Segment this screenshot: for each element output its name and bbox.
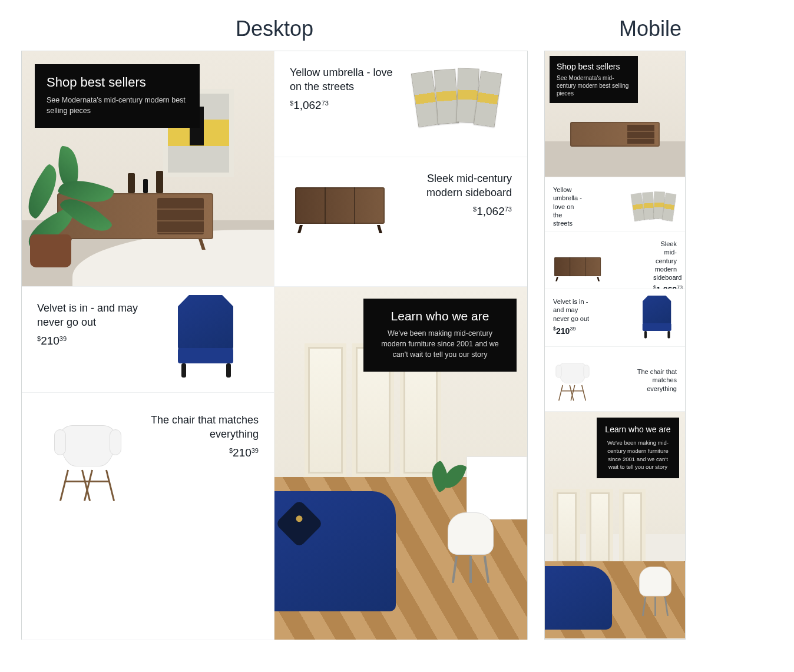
product-image bbox=[600, 299, 677, 335]
product-tile-sideboard[interactable]: Sleek mid-century modern sideboard $1,06… bbox=[274, 157, 527, 287]
product-price: $1,06273 bbox=[290, 99, 396, 112]
product-image bbox=[290, 171, 390, 242]
heading-desktop: Desktop bbox=[21, 16, 528, 41]
sideboard-icon bbox=[553, 254, 602, 282]
product-image bbox=[553, 355, 630, 408]
product-name: Sleek mid-century modern sideboard bbox=[399, 171, 512, 200]
product-name: Yellow umbrella - love on the streets bbox=[553, 186, 583, 227]
hero-overlay: Shop best sellers See Modernata's mid-ce… bbox=[35, 64, 200, 128]
product-tile-umbrella[interactable]: Yellow umbrella - love on the streets $1… bbox=[274, 51, 527, 157]
m-hero-subtitle: See Modernata's mid-century modern best … bbox=[557, 74, 631, 97]
product-image bbox=[37, 413, 137, 513]
product-name: The chair that matches everything bbox=[636, 368, 677, 393]
product-image bbox=[553, 249, 647, 286]
wingback-chair-icon bbox=[637, 296, 677, 339]
plant-icon bbox=[22, 120, 101, 267]
m-product-tile-chairwhite[interactable]: The chair that matches everything bbox=[545, 347, 685, 412]
m-hero-tile[interactable]: Shop best sellers See Modernata's mid-ce… bbox=[545, 51, 685, 177]
m-product-tile-velvet[interactable]: Velvet is in - and may never go out $210… bbox=[545, 289, 685, 347]
vase-icon bbox=[128, 171, 163, 193]
hero-subtitle: See Modernata's mid-century modern best … bbox=[47, 95, 188, 116]
product-price: $21039 bbox=[37, 335, 143, 347]
mobile-frame: Shop best sellers See Modernata's mid-ce… bbox=[544, 51, 686, 640]
m-learn-overlay: Learn who we are We've been making mid-c… bbox=[597, 418, 679, 478]
product-price: $1,06273 bbox=[653, 284, 677, 289]
heading-mobile: Mobile bbox=[528, 16, 773, 41]
product-price: $1,06273 bbox=[399, 205, 512, 218]
section-headings: Desktop Mobile bbox=[21, 16, 773, 41]
m-learn-tile[interactable]: Learn who we are We've been making mid-c… bbox=[545, 412, 685, 639]
product-name: Sleek mid-century modern sideboard bbox=[653, 240, 677, 282]
product-image bbox=[588, 190, 677, 226]
m-hero-overlay: Shop best sellers See Modernata's mid-ce… bbox=[550, 56, 638, 103]
frames-row: Shop best sellers See Modernata's mid-ce… bbox=[21, 51, 773, 640]
eames-chair-icon bbox=[49, 422, 125, 504]
m-product-tile-sideboard[interactable]: Sleek mid-century modern sideboard $1,06… bbox=[545, 231, 685, 289]
product-image bbox=[406, 65, 512, 136]
product-tile-velvet[interactable]: Velvet is in - and may never go out $210… bbox=[22, 287, 274, 393]
m-hero-title: Shop best sellers bbox=[557, 62, 631, 71]
learn-overlay: Learn who we are We've been making mid-c… bbox=[363, 299, 517, 372]
m-product-tile-umbrella[interactable]: Yellow umbrella - love on the streets bbox=[545, 177, 685, 231]
product-name: Velvet is in - and may never go out bbox=[37, 301, 143, 330]
product-name: Yellow umbrella - love on the streets bbox=[290, 65, 396, 94]
canvas-art-icon bbox=[415, 68, 503, 133]
wingback-chair-icon bbox=[167, 295, 244, 378]
learn-tile[interactable]: Learn who we are We've been making mid-c… bbox=[274, 287, 527, 640]
hero-title: Shop best sellers bbox=[47, 75, 188, 90]
page: Desktop Mobile bbox=[0, 0, 794, 672]
m-learn-subtitle: We've been making mid-century modern fur… bbox=[604, 439, 672, 471]
product-tile-chairwhite[interactable]: The chair that matches everything $21039 bbox=[22, 393, 274, 640]
product-price: $21039 bbox=[147, 446, 259, 459]
hero-tile[interactable]: Shop best sellers See Modernata's mid-ce… bbox=[22, 51, 274, 287]
product-name: The chair that matches everything bbox=[147, 413, 259, 442]
product-name: Velvet is in - and may never go out bbox=[553, 297, 594, 323]
product-price: $21039 bbox=[553, 326, 594, 336]
desktop-frame: Shop best sellers See Modernata's mid-ce… bbox=[21, 51, 528, 640]
eames-chair-icon bbox=[553, 361, 591, 402]
product-image bbox=[153, 301, 259, 372]
canvas-art-icon bbox=[633, 192, 677, 224]
learn-title: Learn who we are bbox=[375, 309, 505, 323]
sideboard-icon bbox=[293, 180, 387, 233]
learn-subtitle: We've been making mid-century modern fur… bbox=[375, 328, 505, 360]
m-learn-title: Learn who we are bbox=[604, 425, 672, 434]
